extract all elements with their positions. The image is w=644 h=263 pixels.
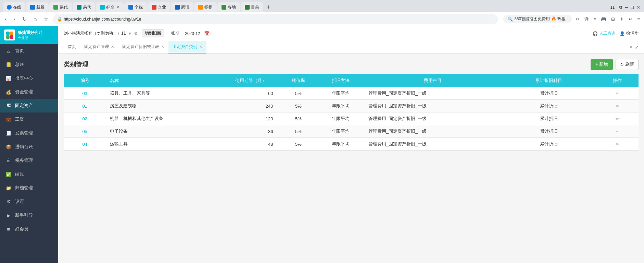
tab-category-close[interactable]: ✕ (199, 45, 202, 49)
fund-icon (5, 89, 12, 95)
home-button[interactable]: ⌂ (31, 15, 39, 23)
translate-icon[interactable]: 译 (583, 15, 590, 23)
cell-action-3[interactable]: ✏ (596, 125, 639, 138)
edit-icon-1[interactable]: ✏ (616, 104, 619, 109)
sidebar-item-settings[interactable]: 设置 (0, 195, 58, 208)
service-button[interactable]: 🎧 人工咨询 (593, 31, 616, 36)
sidebar-item-home[interactable]: 首页 (0, 44, 58, 58)
browser-tab-11[interactable]: 目前 (241, 2, 263, 12)
sidebar-label-fund: 资金管理 (15, 89, 53, 95)
forward-button[interactable]: › (11, 15, 17, 23)
sidebar: 畅捷通好会计 专业版 首页 总账 报表中心 资金管理 (0, 26, 58, 263)
browser-tab-8[interactable]: 腾讯 (171, 2, 193, 12)
sidebar-item-fund[interactable]: 资金管理 (0, 85, 58, 99)
table-body: 03 器具、工具、家具等 60 5% 年限平均 管理费用_固定资产折旧_一级 累… (64, 87, 639, 151)
edit-icon-4[interactable]: ✏ (616, 142, 619, 147)
tab-close-5[interactable]: ✕ (116, 5, 119, 10)
edit-icon-2[interactable]: ✏ (616, 116, 619, 121)
cell-months-1: 240 (222, 100, 280, 112)
calendar-icon[interactable]: 📅 (204, 31, 210, 36)
tab-label-9: 畅提 (204, 4, 213, 10)
sidebar-item-ledger[interactable]: 总账 (0, 58, 58, 71)
sidebar-item-inout[interactable]: 进销台账 (0, 140, 58, 154)
tab-home[interactable]: 首页 (64, 41, 80, 53)
cell-action-1[interactable]: ✏ (596, 100, 639, 112)
sidebar-label-archive: 归档管理 (15, 185, 53, 191)
cell-action-2[interactable]: ✏ (596, 112, 639, 125)
cell-name-1: 房屋及建筑物 (106, 100, 222, 112)
grid-icon[interactable]: ⊞ (610, 16, 616, 22)
sidebar-label-salary: 工资 (15, 116, 53, 122)
cell-action-0[interactable]: ✏ (596, 87, 639, 100)
tab-label-2: 新版 (36, 4, 45, 10)
bookmark-button[interactable]: ☆ (41, 15, 50, 23)
browser-tab-1[interactable]: 在线 (3, 2, 25, 12)
coin-icon[interactable]: ¥ (592, 16, 597, 22)
sidebar-item-guide[interactable]: 新手引导 (0, 208, 58, 222)
browser-tab-7[interactable]: 企业 (148, 2, 170, 12)
undo-icon[interactable]: ↩ (627, 16, 634, 22)
cell-method-0: 年限平均 (317, 87, 364, 100)
maximize-icon[interactable]: □ (631, 4, 634, 10)
close-tab-icon[interactable]: ✕ (629, 45, 633, 50)
gear-button[interactable]: ⚙ (134, 31, 138, 36)
add-button[interactable]: + 新增 (591, 59, 613, 70)
cell-method-2: 年限平均 (317, 112, 364, 125)
back-button[interactable]: ‹ (3, 15, 9, 23)
tab-fixed-mgmt-close[interactable]: ✕ (111, 45, 114, 49)
ledger-icon (5, 61, 12, 68)
cell-action-4[interactable]: ✏ (596, 138, 639, 151)
tab-depreciation-close[interactable]: ✕ (161, 45, 164, 49)
switch-version-button[interactable]: 切到旧版 (142, 29, 164, 37)
svg-rect-1 (10, 32, 13, 35)
browser-tab-5[interactable]: 好全 ✕ (96, 2, 124, 12)
url-bar[interactable]: 🔒 https://cloud.chanjet.com/accounting/u… (53, 14, 498, 24)
table-row: 05 电子设备 36 5% 年限平均 管理费用_固定资产折旧_一级 累计折旧 ✏ (64, 125, 639, 138)
sidebar-item-archive[interactable]: 归档管理 (0, 181, 58, 195)
new-window-icon[interactable]: ⧉ (619, 5, 622, 10)
sidebar-item-report[interactable]: 报表中心 (0, 71, 58, 85)
browser-tab-9[interactable]: 畅提 (194, 2, 217, 12)
browser-tab-2[interactable]: 新版 (26, 2, 49, 12)
reload-button[interactable]: ↻ (20, 15, 29, 23)
cell-expense-3: 管理费用_固定资产折旧_一级 (364, 125, 501, 138)
svg-rect-3 (10, 35, 13, 39)
sidebar-item-settle[interactable]: 结账 (0, 167, 58, 181)
scissors-icon[interactable]: ✂ (574, 16, 581, 22)
tab-home-label: 首页 (68, 44, 76, 50)
tab-fixed-assets-mgmt[interactable]: 固定资产管理 ✕ (80, 41, 118, 53)
logo-line2: 专业版 (18, 36, 42, 40)
header-actions: + 新增 ↻ 刷新 (591, 59, 639, 70)
refresh-button[interactable]: ↻ 刷新 (616, 59, 639, 70)
close-icon[interactable]: ✕ (636, 4, 641, 10)
user-avatar-icon: 👤 (620, 31, 625, 36)
browser-tab-10[interactable]: 各地 (217, 2, 240, 12)
edit-icon-0[interactable]: ✏ (616, 91, 619, 96)
tab-asset-category[interactable]: 固定资产类别 ✕ (168, 41, 206, 53)
sidebar-label-tax: 税务管理 (15, 157, 53, 164)
cell-method-4: 年限平均 (317, 138, 364, 151)
fixed-assets-icon (5, 103, 12, 109)
edit-icon-3[interactable]: ✏ (616, 129, 619, 134)
more-icon (5, 226, 12, 232)
sidebar-item-more[interactable]: 好会员 (0, 222, 58, 236)
minimize-icon[interactable]: ─ (625, 5, 628, 10)
sidebar-label-settle: 结账 (15, 171, 53, 177)
sidebar-item-salary[interactable]: 工资 (0, 112, 58, 126)
menu-icon[interactable]: ≡ (636, 16, 641, 22)
brightness-icon[interactable]: ☀ (618, 16, 625, 22)
browser-tab-4[interactable]: 易代 (73, 2, 95, 12)
sidebar-item-tax[interactable]: 税务管理 (0, 154, 58, 167)
tab-label-11: 目前 (251, 4, 259, 10)
maximize-tab-icon[interactable]: ⤢ (635, 45, 639, 50)
sidebar-item-fixed-assets[interactable]: 固定资产 (0, 99, 58, 112)
browser-tab-6[interactable]: 个税 (124, 2, 147, 12)
new-tab-button[interactable]: + (264, 4, 273, 11)
sidebar-item-invoice[interactable]: 发票管理 (0, 126, 58, 140)
game-icon[interactable]: 🎮 (599, 16, 608, 22)
cell-name-0: 器具、工具、家具等 (106, 87, 222, 100)
browser-tab-3[interactable]: 易代 (49, 2, 72, 12)
tab-label-10: 各地 (228, 4, 236, 10)
cell-months-2: 120 (222, 112, 280, 125)
tab-depreciation-table[interactable]: 固定资产折旧统计表 ✕ (118, 41, 168, 53)
